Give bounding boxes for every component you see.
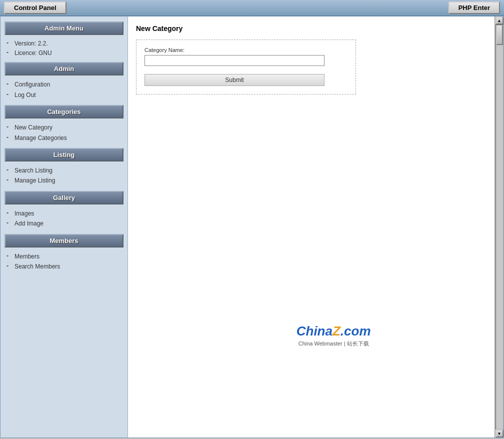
members-link[interactable]: Members <box>6 252 124 262</box>
manage-listing-link[interactable]: Manage Listing <box>6 176 124 186</box>
php-enter-button[interactable]: PHP Enter <box>448 2 500 14</box>
version-text: Version: 2.2. <box>6 39 124 48</box>
watermark: ChinaZ.com China Webmaster | 站长下载 <box>296 324 371 348</box>
scroll-track[interactable] <box>496 24 504 430</box>
sidebar: Admin Menu Version: 2.2. Licence: GNU Ad… <box>0 16 128 438</box>
new-category-form: Category Name: Submit <box>136 40 356 94</box>
search-listing-link[interactable]: Search Listing <box>6 166 124 176</box>
scroll-down-button[interactable]: ▼ <box>496 430 504 438</box>
configuration-link[interactable]: Configuration <box>6 80 124 90</box>
members-section-button[interactable]: Members <box>4 234 124 248</box>
add-image-link[interactable]: Add Image <box>6 218 124 228</box>
submit-button[interactable]: Submit <box>144 74 324 86</box>
admin-menu-button[interactable]: Admin Menu <box>4 22 124 35</box>
logout-link[interactable]: Log Out <box>6 90 124 100</box>
content-area: New Category Category Name: Submit China… <box>128 16 494 438</box>
watermark-sub: China Webmaster | 站长下载 <box>296 340 371 348</box>
categories-section-button[interactable]: Categories <box>4 105 124 118</box>
categories-links: New Category Manage Categories <box>4 122 124 148</box>
category-name-input[interactable] <box>144 55 324 66</box>
gallery-section-button[interactable]: Gallery <box>4 191 124 204</box>
scroll-thumb[interactable] <box>496 25 503 45</box>
manage-categories-link[interactable]: Manage Categories <box>6 133 124 143</box>
members-links: Members Search Members <box>4 250 124 277</box>
images-link[interactable]: Images <box>6 208 124 218</box>
new-category-link[interactable]: New Category <box>6 122 124 132</box>
licence-text: Licence: GNU <box>6 48 124 58</box>
top-bar: Control Panel PHP Enter <box>0 0 504 16</box>
scrollbar: ▲ ▼ <box>494 16 504 438</box>
search-members-link[interactable]: Search Members <box>6 262 124 272</box>
watermark-china: China <box>296 324 332 338</box>
page-title: New Category <box>136 24 486 32</box>
admin-section-button[interactable]: Admin <box>4 62 124 76</box>
control-panel-button[interactable]: Control Panel <box>4 2 66 14</box>
gallery-links: Images Add Image <box>4 208 124 234</box>
listing-section-button[interactable]: Listing <box>4 148 124 162</box>
admin-links: Configuration Log Out <box>4 78 124 105</box>
listing-links: Search Listing Manage Listing <box>4 164 124 191</box>
admin-menu-info: Version: 2.2. Licence: GNU <box>4 38 124 62</box>
scroll-up-button[interactable]: ▲ <box>496 16 504 24</box>
watermark-z: Z <box>332 324 340 338</box>
watermark-logo: ChinaZ.com <box>296 324 371 339</box>
category-name-label: Category Name: <box>144 47 348 53</box>
watermark-dotcom: .com <box>340 324 371 338</box>
main-layout: Admin Menu Version: 2.2. Licence: GNU Ad… <box>0 16 504 438</box>
